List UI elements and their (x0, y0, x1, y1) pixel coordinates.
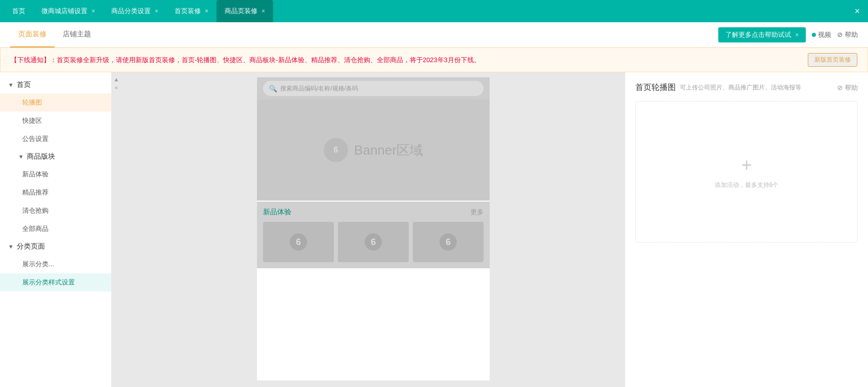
close-category-settings-tab[interactable]: × (155, 8, 158, 15)
sidebar-section-home[interactable]: ▼ 首页 (0, 76, 111, 93)
help-button[interactable]: ⊘ 帮助 (837, 30, 858, 39)
collapse-left-arrow: « (115, 84, 118, 90)
sidebar-item-all-products[interactable]: 全部商品 (0, 220, 111, 238)
sub-tab-store-theme[interactable]: 店铺主题 (55, 23, 99, 47)
close-product-decoration-tab[interactable]: × (262, 8, 265, 15)
tab-product-decoration[interactable]: 商品页装修 × (216, 0, 273, 22)
help-question-icon: ⊘ (837, 84, 843, 91)
banner-logo: 6 Banner区域 (324, 138, 423, 162)
tab-home-decoration[interactable]: 首页装修 × (166, 0, 216, 22)
sub-tab-bar: 页面装修 店铺主题 了解更多点击帮助试试 × 视频 ⊘ 帮助 (0, 22, 868, 47)
right-panel: 首页轮播图 可上传公司照片、商品推广图片、活动海报等 ⊘ 帮助 + 添加活动，最… (625, 72, 868, 387)
right-panel-help-button[interactable]: ⊘ 帮助 (837, 83, 858, 92)
main-layout: ▼ 首页 轮播图 快捷区 公告设置 ▼ 商品版块 新品体验 精品推荐 (0, 72, 868, 387)
help-banner-text: 了解更多点击帮助试试 (725, 30, 791, 39)
sidebar: ▼ 首页 轮播图 快捷区 公告设置 ▼ 商品版块 新品体验 精品推荐 (0, 72, 121, 387)
product-block-arrow: ▼ (18, 154, 24, 160)
collapse-up-arrow: ▲ (114, 76, 119, 82)
upload-hint-text: 添加活动，最多支持6个 (715, 181, 779, 189)
sidebar-item-banner[interactable]: 轮播图 (0, 93, 111, 112)
global-close-button[interactable]: × (850, 6, 864, 17)
sidebar-item-shortcut[interactable]: 快捷区 (0, 112, 111, 130)
new-version-button[interactable]: 新版首页装修 (808, 53, 857, 67)
sidebar-collapse-handle[interactable]: ▲ « (111, 72, 121, 387)
right-panel-subtitle: 可上传公司照片、商品推广图片、活动海报等 (680, 83, 801, 92)
sidebar-item-category-style[interactable]: 展示分类样式设置 (0, 273, 111, 292)
help-banner[interactable]: 了解更多点击帮助试试 × (718, 27, 806, 42)
sidebar-section-category[interactable]: ▼ 分类页面 (0, 238, 111, 255)
sidebar-item-new-exp[interactable]: 新品体验 (0, 165, 111, 183)
svg-text:6: 6 (371, 237, 376, 247)
section-header: 新品体验 更多 (263, 208, 484, 217)
banner-area[interactable]: 6 Banner区域 (257, 100, 490, 201)
preview-search-bar: 🔍 搜索商品编码/名称/规格/条码 (257, 77, 490, 100)
sidebar-subsection-product-block[interactable]: ▼ 商品版块 (0, 148, 111, 165)
notice-text: 【下线通知】：首页装修全新升级，请使用新版首页装修，首页-轮播图、快捷区、商品板… (11, 56, 481, 65)
svg-text:6: 6 (446, 237, 451, 247)
sidebar-item-show-category[interactable]: 展示分类... (0, 255, 111, 273)
search-input-preview: 🔍 搜索商品编码/名称/规格/条码 (263, 81, 484, 96)
help-banner-close[interactable]: × (795, 31, 799, 38)
upload-plus-icon: + (741, 155, 752, 176)
svg-text:6: 6 (296, 237, 301, 247)
video-dot-icon (812, 33, 816, 37)
section-more: 更多 (470, 208, 484, 217)
close-store-settings-tab[interactable]: × (92, 8, 95, 15)
tab-category-settings[interactable]: 商品分类设置 × (103, 0, 166, 22)
close-home-decoration-tab[interactable]: × (205, 8, 208, 15)
svg-text:6: 6 (334, 146, 338, 154)
product-grid: 6 6 6 (263, 222, 484, 262)
preview-area: 🔍 搜索商品编码/名称/规格/条码 6 Banner区域 (121, 72, 625, 387)
product-card-3: 6 (413, 222, 484, 262)
right-panel-title: 首页轮播图 (635, 82, 676, 93)
question-icon: ⊘ (837, 31, 843, 38)
product-section: 新品体验 更多 6 6 6 (257, 202, 490, 268)
banner-text: Banner区域 (354, 141, 423, 159)
home-section-arrow: ▼ (8, 82, 14, 88)
upload-area[interactable]: + 添加活动，最多支持6个 (635, 101, 858, 243)
search-icon: 🔍 (269, 85, 277, 92)
tab-bar: 首页 微商城店铺设置 × 商品分类设置 × 首页装修 × 商品页装修 × × (0, 0, 868, 22)
product-card-2: 6 (338, 222, 409, 262)
banner-logo-icon: 6 (324, 138, 348, 162)
product-card-1: 6 (263, 222, 334, 262)
phone-preview: 🔍 搜索商品编码/名称/规格/条码 6 Banner区域 (257, 77, 490, 380)
section-title: 新品体验 (263, 208, 291, 217)
video-button[interactable]: 视频 (812, 30, 831, 39)
category-section-arrow: ▼ (8, 244, 14, 250)
sidebar-item-premium[interactable]: 精品推荐 (0, 183, 111, 202)
right-panel-header: 首页轮播图 可上传公司照片、商品推广图片、活动海报等 ⊘ 帮助 (635, 82, 858, 93)
notice-bar: 【下线通知】：首页装修全新升级，请使用新版首页装修，首页-轮播图、快捷区、商品板… (0, 47, 868, 72)
tab-store-settings[interactable]: 微商城店铺设置 × (33, 0, 103, 22)
tab-home[interactable]: 首页 (4, 0, 33, 22)
sub-tab-page-decoration[interactable]: 页面装修 (10, 23, 55, 47)
sidebar-item-clearance[interactable]: 清仓抢购 (0, 202, 111, 220)
sidebar-item-notice[interactable]: 公告设置 (0, 130, 111, 148)
